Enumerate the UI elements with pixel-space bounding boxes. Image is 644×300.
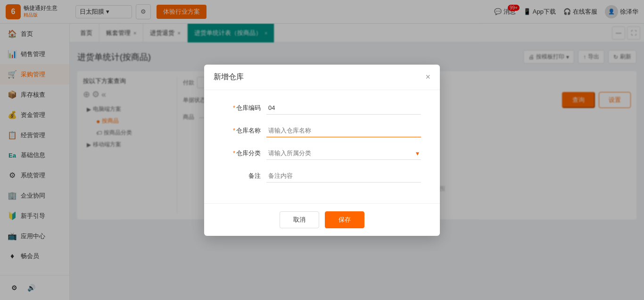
new-warehouse-dialog: 新增仓库 × 仓库编码 仓库名称 仓库分类 ▾: [204, 65, 440, 236]
name-label: 仓库名称: [223, 126, 261, 135]
category-dropdown-icon: ▾: [416, 150, 419, 157]
save-button[interactable]: 保存: [325, 211, 364, 228]
category-input[interactable]: [266, 147, 421, 160]
note-input[interactable]: [266, 169, 421, 183]
form-row-note: 备注: [223, 169, 421, 183]
cancel-button[interactable]: 取消: [280, 211, 319, 228]
form-row-name: 仓库名称: [223, 124, 421, 137]
code-label: 仓库编码: [223, 104, 261, 112]
name-input[interactable]: [266, 124, 421, 137]
code-input[interactable]: [266, 101, 421, 115]
dialog-overlay: 新增仓库 × 仓库编码 仓库名称 仓库分类 ▾: [0, 0, 644, 300]
dialog-body: 仓库编码 仓库名称 仓库分类 ▾ 备注: [204, 90, 440, 203]
form-row-category: 仓库分类 ▾: [223, 147, 421, 160]
dialog-footer: 取消 保存: [204, 203, 440, 236]
note-label: 备注: [223, 172, 261, 180]
dialog-close-button[interactable]: ×: [425, 73, 430, 81]
form-row-code: 仓库编码: [223, 101, 421, 115]
category-label: 仓库分类: [223, 149, 261, 158]
dialog-title: 新增仓库: [214, 72, 244, 82]
dialog-header: 新增仓库 ×: [204, 65, 440, 90]
category-select-wrapper: ▾: [266, 147, 421, 160]
